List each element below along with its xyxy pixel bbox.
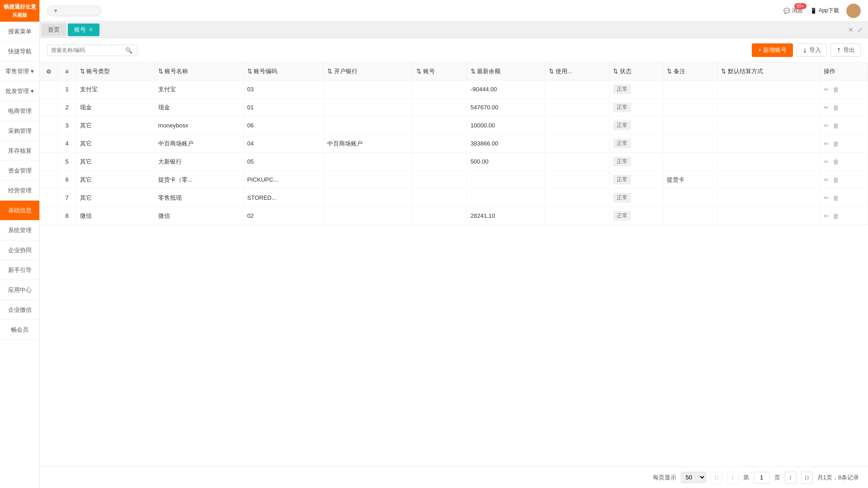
import-button[interactable]: ⤓ 导入 <box>797 43 827 57</box>
tab-account[interactable]: 账号✕ <box>68 23 99 36</box>
sidebar-item-ecommerce-mgmt[interactable]: 电商管理 <box>0 101 39 121</box>
next-page-button[interactable]: ⟩ <box>785 472 797 483</box>
page-size-select[interactable]: 102050100 <box>681 472 706 483</box>
col-header-notes[interactable]: ⇅ 备注 <box>663 63 717 80</box>
row-status-7: 正常 <box>609 189 663 207</box>
sidebar-item-inventory-check[interactable]: 库存核算 <box>0 141 39 161</box>
col-header-actions: 操作 <box>820 63 868 80</box>
col-header-name[interactable]: ⇅ 账号名称 <box>154 63 243 80</box>
row-usage-6 <box>545 171 609 189</box>
sidebar-item-retail-mgmt[interactable]: 零售管理 ▾ <box>0 61 39 81</box>
row-code-2: 01 <box>243 99 324 117</box>
delete-icon-1[interactable]: 🗑 <box>833 86 839 93</box>
row-index-7: 7 <box>58 189 76 207</box>
delete-icon-3[interactable]: 🗑 <box>833 122 839 129</box>
row-code-7: STORED... <box>243 189 324 207</box>
row-code-3: 06 <box>243 117 324 135</box>
sidebar-item-quick-nav[interactable]: 快捷导航 <box>0 42 39 61</box>
sidebar-item-member[interactable]: 畅会员 <box>0 320 39 340</box>
delete-icon-5[interactable]: 🗑 <box>833 158 839 165</box>
add-account-button[interactable]: + 新增账号 <box>752 43 793 57</box>
row-actions-1: ✏ 🗑 <box>820 80 868 99</box>
row-default-settle-4 <box>717 135 820 153</box>
row-notes-4 <box>663 135 717 153</box>
sidebar-item-operations-mgmt[interactable]: 经营管理 <box>0 181 39 201</box>
row-bank-2 <box>324 99 413 117</box>
row-account-4 <box>413 135 467 153</box>
user-avatar[interactable] <box>846 4 861 18</box>
col-header-bank[interactable]: ⇅ 开户银行 <box>324 63 413 80</box>
edit-icon-5[interactable]: ✏ <box>824 158 829 165</box>
first-page-button[interactable]: ⟨⟨ <box>711 472 722 483</box>
row-name-1: 支付宝 <box>154 80 243 99</box>
edit-icon-2[interactable]: ✏ <box>824 104 829 111</box>
row-default-settle-8 <box>717 207 820 225</box>
edit-icon-7[interactable]: ✏ <box>824 194 829 202</box>
gear-icon[interactable]: ⚙ <box>46 68 52 75</box>
prev-page-button[interactable]: ⟨ <box>727 472 739 483</box>
export-button[interactable]: ⤒ 导出 <box>830 43 861 57</box>
sidebar-item-finance-mgmt[interactable]: 资金管理 <box>0 161 39 181</box>
col-header-status[interactable]: ⇅ 状态 <box>609 63 663 80</box>
row-type-4: 其它 <box>76 135 154 153</box>
edit-icon-1[interactable]: ✏ <box>824 86 829 93</box>
row-type-6: 其它 <box>76 171 154 189</box>
messages-button[interactable]: 💬 消息 99+ <box>783 7 803 14</box>
row-default-settle-6 <box>717 171 820 189</box>
search-input[interactable] <box>51 47 123 53</box>
page-number-input[interactable] <box>754 472 770 483</box>
col-header-default_settle[interactable]: ⇅ 默认结算方式 <box>717 63 820 80</box>
col-header-account_no[interactable]: ⇅ 账号 <box>413 63 467 80</box>
delete-icon-2[interactable]: 🗑 <box>833 104 839 111</box>
row-usage-8 <box>545 207 609 225</box>
delete-icon-6[interactable]: 🗑 <box>833 176 839 183</box>
delete-icon-8[interactable]: 🗑 <box>833 212 839 220</box>
sidebar-item-enterprise-wechat[interactable]: 企业微信 <box>0 300 39 320</box>
row-index-5: 5 <box>58 153 76 171</box>
sidebar-item-enterprise-agreement[interactable]: 企业协同 <box>0 240 39 260</box>
sidebar-item-basic-info[interactable]: 基础信息 <box>0 201 39 221</box>
row-actions-3: ✏ 🗑 <box>820 117 868 135</box>
search-wrap: 🔍 <box>47 45 137 56</box>
sidebar-item-app-center[interactable]: 应用中心 <box>0 280 39 300</box>
edit-icon-6[interactable]: ✏ <box>824 176 829 183</box>
download-label: App下载 <box>819 7 839 14</box>
tab-home[interactable]: 首页 <box>42 23 66 36</box>
table-body: 1 支付宝 支付宝 03 -90444.00 正常 ✏ 🗑 2 现金 现金 01… <box>40 80 868 225</box>
download-button[interactable]: 📱 App下载 <box>810 7 839 14</box>
col-header-code[interactable]: ⇅ 账号编码 <box>243 63 324 80</box>
sidebar-item-wholesale-mgmt[interactable]: 批发管理 ▾ <box>0 81 39 101</box>
row-actions-6: ✏ 🗑 <box>820 171 868 189</box>
table-wrap: ⚙#⇅ 账号类型⇅ 账号名称⇅ 账号编码⇅ 开户银行⇅ 账号⇅ 最新余额⇅ 使用… <box>40 63 868 466</box>
sidebar-item-search-menu[interactable]: 搜索菜单 <box>0 22 39 42</box>
row-settings-3 <box>40 117 58 135</box>
sidebar-item-purchase-mgmt[interactable]: 采购管理 <box>0 121 39 141</box>
row-settings-1 <box>40 80 58 99</box>
row-account-3 <box>413 117 467 135</box>
sidebar-item-system-mgmt[interactable]: 系统管理 <box>0 221 39 240</box>
last-page-button[interactable]: ⟩⟩ <box>801 472 813 483</box>
row-status-3: 正常 <box>609 117 663 135</box>
edit-icon-8[interactable]: ✏ <box>824 212 829 220</box>
col-header-type[interactable]: ⇅ 账号类型 <box>76 63 154 80</box>
maximize-icon[interactable]: ⤢ <box>857 26 863 33</box>
edit-icon-4[interactable]: ✏ <box>824 140 829 147</box>
row-notes-5 <box>663 153 717 171</box>
row-bank-6 <box>324 171 413 189</box>
delete-icon-4[interactable]: 🗑 <box>833 140 839 147</box>
row-bank-4: 中百商场账户 <box>324 135 413 153</box>
col-header-balance[interactable]: ⇅ 最新余额 <box>467 63 545 80</box>
row-settings-8 <box>40 207 58 225</box>
row-status-2: 正常 <box>609 99 663 117</box>
row-actions-2: ✏ 🗑 <box>820 99 868 117</box>
delete-icon-7[interactable]: 🗑 <box>833 194 839 202</box>
tab-close-account[interactable]: ✕ <box>89 27 93 33</box>
row-code-5: 05 <box>243 153 324 171</box>
sidebar-item-new-guide[interactable]: 新手引导 <box>0 260 39 280</box>
row-name-2: 现金 <box>154 99 243 117</box>
row-type-2: 现金 <box>76 99 154 117</box>
close-window-icon[interactable]: ✕ <box>848 26 854 33</box>
edit-icon-3[interactable]: ✏ <box>824 122 829 129</box>
row-usage-5 <box>545 153 609 171</box>
col-header-usage[interactable]: ⇅ 使用... <box>545 63 609 80</box>
